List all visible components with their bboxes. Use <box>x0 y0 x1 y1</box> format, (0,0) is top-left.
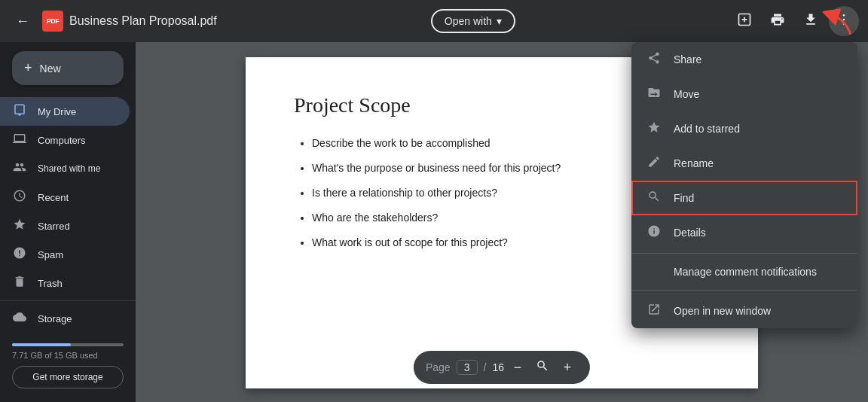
page-number-input[interactable] <box>457 360 478 375</box>
back-button[interactable]: ← <box>9 8 36 35</box>
sidebar-item-label: Computers <box>38 135 86 146</box>
starred-icon <box>646 120 662 137</box>
share-label: Share <box>674 53 701 65</box>
back-icon: ← <box>16 14 29 29</box>
topbar: ← PDF Business Plan Proposal.pdf Open wi… <box>0 0 868 42</box>
sidebar-item-label: Spam <box>38 249 63 260</box>
menu-item-starred[interactable]: Add to starred <box>631 111 857 146</box>
spam-icon <box>12 246 27 263</box>
menu-item-move[interactable]: Move <box>631 77 857 111</box>
details-icon <box>646 224 662 241</box>
open-new-window-label: Open in new window <box>674 305 771 317</box>
sidebar-item-label: Recent <box>38 192 69 203</box>
find-label: Find <box>674 192 694 204</box>
menu-divider-1 <box>631 253 857 254</box>
details-label: Details <box>674 227 706 239</box>
page-controls: Page / 16 − + <box>414 351 590 384</box>
pdf-file-icon: PDF <box>42 11 63 32</box>
my-drive-icon <box>12 103 27 120</box>
rename-icon <box>646 155 662 172</box>
sidebar-item-computers[interactable]: Computers <box>0 126 130 154</box>
sidebar-item-recent[interactable]: Recent <box>0 183 130 212</box>
zoom-in-button[interactable]: + <box>557 357 578 378</box>
sidebar-item-my-drive[interactable]: My Drive <box>0 97 130 126</box>
print-button[interactable] <box>763 6 793 36</box>
sidebar-item-starred[interactable]: Starred <box>0 212 130 240</box>
zoom-out-button[interactable]: − <box>507 357 528 378</box>
find-icon <box>646 190 662 206</box>
sidebar: + New My Drive Computers Shared with me <box>0 42 136 402</box>
open-with-label: Open with <box>445 15 492 27</box>
page-separator: / <box>484 361 487 373</box>
share-icon <box>646 51 662 68</box>
shared-icon <box>12 160 27 177</box>
add-to-starred-label: Add to starred <box>674 123 740 135</box>
sidebar-item-label: Trash <box>38 278 63 289</box>
menu-item-share[interactable]: Share <box>631 42 857 77</box>
sidebar-item-label: Storage <box>38 313 72 324</box>
manage-notifications-label: Manage comment notifications <box>674 266 817 278</box>
topbar-center: Open with ▾ <box>223 9 723 33</box>
page-total: 16 <box>493 361 505 373</box>
menu-item-rename[interactable]: Rename <box>631 146 857 181</box>
plus-icon: + <box>24 60 32 76</box>
print-icon <box>770 12 785 31</box>
sidebar-item-trash[interactable]: Trash <box>0 269 130 297</box>
move-icon <box>646 86 662 102</box>
menu-item-details[interactable]: Details <box>631 215 857 250</box>
menu-item-manage-notifications[interactable]: Manage comment notifications <box>631 257 857 287</box>
page-label: Page <box>426 361 451 373</box>
storage-bar-background <box>12 343 124 346</box>
storage-used-text: 7.71 GB of 15 GB used <box>12 351 124 360</box>
new-button[interactable]: + New <box>12 51 124 85</box>
sidebar-item-storage[interactable]: Storage <box>0 304 130 333</box>
menu-item-open-new-window[interactable]: Open in new window <box>631 294 857 328</box>
sidebar-item-label: Shared with me <box>38 163 100 174</box>
get-more-storage-button[interactable]: Get more storage <box>12 366 124 388</box>
rename-label: Rename <box>674 157 714 169</box>
storage-section: 7.71 GB of 15 GB used Get more storage <box>0 333 136 394</box>
topbar-left: ← PDF Business Plan Proposal.pdf <box>9 8 217 35</box>
open-with-button[interactable]: Open with ▾ <box>431 9 515 33</box>
new-label: New <box>40 62 61 75</box>
context-menu: Share Move Add to starred Rename Find De… <box>631 42 857 328</box>
add-to-drive-icon <box>737 12 752 31</box>
sidebar-item-spam[interactable]: Spam <box>0 240 130 269</box>
menu-item-find[interactable]: Find <box>631 181 857 215</box>
star-icon <box>12 218 27 234</box>
chevron-down-icon: ▾ <box>497 15 502 27</box>
sidebar-divider <box>0 300 136 301</box>
sidebar-item-label: Starred <box>38 221 70 232</box>
file-title: Business Plan Proposal.pdf <box>69 14 217 28</box>
zoom-out-icon: − <box>514 360 522 376</box>
storage-bar-fill <box>12 343 71 346</box>
sidebar-item-shared[interactable]: Shared with me <box>0 154 130 183</box>
sidebar-item-label: My Drive <box>38 106 76 117</box>
zoom-icon[interactable] <box>531 358 554 377</box>
trash-icon <box>12 275 27 291</box>
zoom-in-icon: + <box>564 360 572 376</box>
computers-icon <box>12 132 27 148</box>
open-new-window-icon <box>646 303 662 319</box>
recent-icon <box>12 189 27 206</box>
add-to-drive-button[interactable] <box>729 6 760 36</box>
storage-icon <box>12 310 27 327</box>
move-label: Move <box>674 88 699 100</box>
menu-divider-2 <box>631 290 857 291</box>
